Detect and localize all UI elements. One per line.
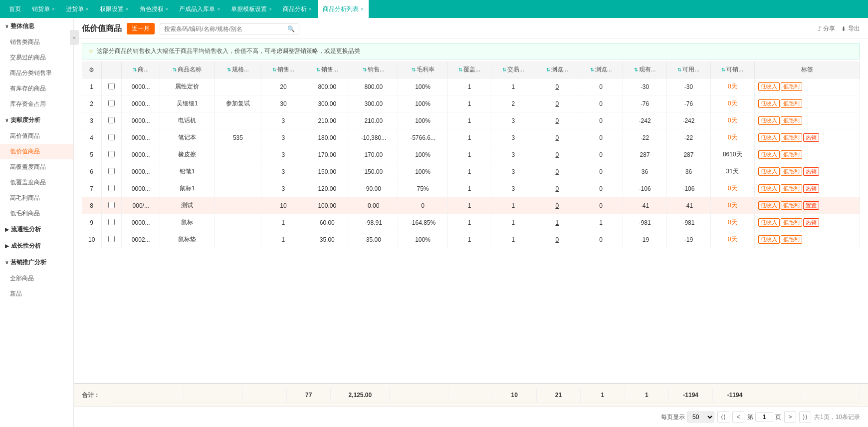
browse1-link[interactable]: 0 bbox=[555, 168, 559, 175]
nav-tab-home[interactable]: 首页 bbox=[4, 0, 26, 18]
row-checkbox[interactable] bbox=[108, 134, 115, 140]
cell-code: 0002... bbox=[122, 231, 160, 248]
nav-tab-roles[interactable]: 角色授权× bbox=[135, 0, 174, 18]
sidebar-item-high-margin[interactable]: 高毛利商品 bbox=[0, 190, 73, 206]
sidebar-group-overall[interactable]: ∨ 整体信息 bbox=[0, 18, 73, 34]
row-checkbox[interactable] bbox=[108, 219, 115, 225]
nav-tab-analysis[interactable]: 商品分析× bbox=[278, 0, 317, 18]
col-header-trade[interactable]: ⇅交易... bbox=[491, 61, 535, 78]
sidebar-item-low-value[interactable]: 低价值商品 bbox=[0, 144, 73, 159]
row-checkbox[interactable] bbox=[108, 151, 115, 157]
browse1-link[interactable]: 1 bbox=[555, 219, 559, 226]
col-header-browse1[interactable]: ⇅浏览... bbox=[535, 61, 579, 78]
close-tab-roles[interactable]: × bbox=[166, 6, 169, 12]
browse1-link[interactable]: 0 bbox=[555, 236, 559, 243]
export-button[interactable]: ⬇ 导出 bbox=[841, 24, 860, 33]
sidebar-item-high-value[interactable]: 高价值商品 bbox=[0, 128, 73, 144]
col-header-name[interactable]: ⇅商品名称 bbox=[160, 61, 215, 78]
close-tab-analysis[interactable]: × bbox=[309, 6, 312, 12]
col-header-sellable[interactable]: ⇅可销... bbox=[710, 61, 754, 78]
close-tab-sales[interactable]: × bbox=[52, 6, 55, 12]
close-tab-permissions[interactable]: × bbox=[126, 6, 129, 12]
cell-sellable: 0天 bbox=[710, 180, 754, 197]
sidebar-item-high-coverage[interactable]: 高覆盖度商品 bbox=[0, 159, 73, 175]
nav-tab-products[interactable]: 产成品入库单× bbox=[174, 0, 225, 18]
close-tab-analysis-list[interactable]: × bbox=[361, 6, 364, 12]
cell-sales-amount: 170.00 bbox=[305, 146, 349, 163]
days-value: 0天 bbox=[728, 185, 737, 192]
sidebar-item-all-products[interactable]: 全部商品 bbox=[0, 271, 73, 286]
nav-tab-templates[interactable]: 单据模板设置× bbox=[226, 0, 277, 18]
cell-code: 0000... bbox=[122, 214, 160, 231]
close-tab-templates[interactable]: × bbox=[269, 6, 272, 12]
row-checkbox[interactable] bbox=[108, 100, 115, 106]
col-header-coverage[interactable]: ⇅覆盖... bbox=[447, 61, 491, 78]
search-input[interactable] bbox=[164, 25, 285, 32]
col-header-sales_price[interactable]: ⇅销售... bbox=[349, 61, 398, 78]
first-page-btn[interactable]: ⟨⟨ bbox=[717, 411, 729, 423]
tag: 热销 bbox=[803, 218, 819, 227]
browse1-link[interactable]: 0 bbox=[555, 185, 559, 192]
table-container: ⚙⇅商...⇅商品名称⇅规格...⇅销售...⇅销售...⇅销售...⇅毛利率⇅… bbox=[74, 61, 868, 383]
sidebar-item-inventory-products[interactable]: 有库存的商品 bbox=[0, 81, 73, 96]
close-tab-products[interactable]: × bbox=[217, 6, 220, 12]
col-header-spec[interactable]: ⇅规格... bbox=[215, 61, 261, 78]
search-icon[interactable]: 🔍 bbox=[287, 25, 295, 32]
sidebar-group-marketing[interactable]: ∨ 营销推广分析 bbox=[0, 254, 73, 271]
totals-table: 77 2,125.00 10 21 1 1 -1194 -1194 bbox=[112, 388, 860, 403]
sort-icon: ⇅ bbox=[272, 67, 276, 72]
row-checkbox[interactable] bbox=[108, 236, 115, 242]
cell-no: 5 bbox=[82, 146, 102, 163]
col-header-current_stock[interactable]: ⇅现有... bbox=[623, 61, 667, 78]
nav-tab-analysis-list[interactable]: 商品分析列表× bbox=[318, 0, 369, 18]
browse1-link[interactable]: 0 bbox=[555, 151, 559, 158]
row-checkbox[interactable] bbox=[108, 83, 115, 89]
cell-name: 笔记本 bbox=[160, 129, 215, 146]
sidebar-group-financial[interactable]: ∨ 贡献度分析 bbox=[0, 112, 73, 128]
table-row: 90000...鼠标160.00-98.91-164.85%1111-981-9… bbox=[82, 214, 860, 231]
col-header-margin[interactable]: ⇅毛利率 bbox=[398, 61, 447, 78]
browse1-link[interactable]: 0 bbox=[555, 117, 559, 124]
browse1-link[interactable]: 0 bbox=[555, 202, 559, 209]
share-button[interactable]: ⤴ 分享 bbox=[818, 24, 835, 33]
sidebar-group-growth[interactable]: ▶ 流通性分析 bbox=[0, 221, 73, 238]
sidebar-item-new-products[interactable]: 新品 bbox=[0, 286, 73, 302]
nav-tab-sales[interactable]: 销货单× bbox=[27, 0, 60, 18]
nav-tab-purchase[interactable]: 进货单× bbox=[61, 0, 94, 18]
col-header-available[interactable]: ⇅可用... bbox=[666, 61, 710, 78]
sidebar-group-growth2[interactable]: ▶ 成长性分析 bbox=[0, 238, 73, 254]
sidebar-item-traded-products[interactable]: 交易过的商品 bbox=[0, 50, 73, 65]
col-header-sales_qty[interactable]: ⇅销售... bbox=[261, 61, 305, 78]
close-tab-purchase[interactable]: × bbox=[86, 6, 89, 12]
prev-page-btn[interactable]: < bbox=[732, 411, 744, 423]
content-area: 低价值商品 近一月 🔍 ⤴ 分享 ⬇ 导出 ☆ 这部分商品的销售收入大幅低于商品… bbox=[74, 18, 868, 427]
per-page-select[interactable]: 50 100 200 bbox=[687, 412, 714, 423]
row-checkbox[interactable] bbox=[108, 168, 115, 174]
browse1-link[interactable]: 0 bbox=[555, 134, 559, 141]
filter-button[interactable]: 近一月 bbox=[127, 23, 155, 34]
col-header-sales_amount[interactable]: ⇅销售... bbox=[305, 61, 349, 78]
col-header-browse2[interactable]: ⇅浏览... bbox=[579, 61, 623, 78]
sidebar-item-low-coverage[interactable]: 低覆盖度商品 bbox=[0, 175, 73, 190]
row-checkbox[interactable] bbox=[108, 202, 115, 208]
nav-tab-permissions[interactable]: 权限设置× bbox=[95, 0, 134, 18]
sidebar-collapse-btn[interactable]: « bbox=[70, 30, 79, 45]
cell-name: 属性定价 bbox=[160, 78, 215, 95]
browse1-link[interactable]: 0 bbox=[555, 83, 559, 90]
cell-browse1: 0 bbox=[535, 231, 579, 248]
sidebar-item-sales-products[interactable]: 销售类商品 bbox=[0, 34, 73, 50]
next-page-btn[interactable]: > bbox=[784, 411, 796, 423]
sidebar-item-category-sales[interactable]: 商品分类销售率 bbox=[0, 65, 73, 81]
tag: 低毛利 bbox=[781, 82, 802, 91]
col-header-code[interactable]: ⇅商... bbox=[122, 61, 160, 78]
row-checkbox[interactable] bbox=[108, 185, 115, 191]
cell-current-stock: -242 bbox=[623, 112, 667, 129]
sidebar-item-capital-usage[interactable]: 库存资金占用 bbox=[0, 96, 73, 112]
row-checkbox[interactable] bbox=[108, 117, 115, 123]
page-input[interactable] bbox=[755, 412, 773, 422]
page-label: 第 bbox=[747, 413, 753, 422]
last-page-btn[interactable]: ⟩⟩ bbox=[799, 411, 811, 423]
browse1-link[interactable]: 0 bbox=[555, 100, 559, 107]
sidebar-item-low-margin[interactable]: 低毛利商品 bbox=[0, 206, 73, 221]
cell-tags: 低收入低毛利热销 bbox=[754, 163, 860, 180]
